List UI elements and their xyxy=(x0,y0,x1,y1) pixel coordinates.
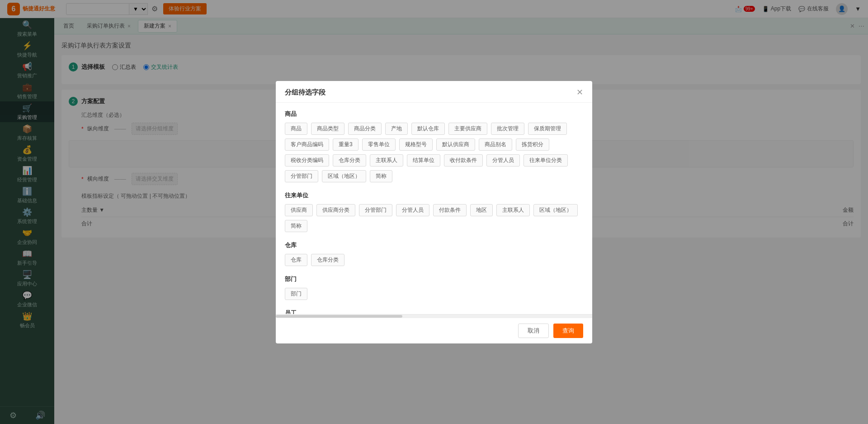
modal-overlay: 分组待选字段 ✕ 商品商品商品类型商品分类产地默认仓库主要供应商批次管理保质期管… xyxy=(0,0,868,424)
field-tag[interactable]: 简称 xyxy=(285,220,307,232)
field-group-仓库: 仓库仓库仓库分类 xyxy=(285,241,583,266)
field-tag[interactable]: 重量3 xyxy=(333,138,359,151)
field-tag[interactable]: 零售单位 xyxy=(362,138,396,151)
field-group-商品: 商品商品商品类型商品分类产地默认仓库主要供应商批次管理保质期管理客户商品编码重量… xyxy=(285,110,583,182)
field-tag[interactable]: 分管人员 xyxy=(486,154,520,167)
modal-hscroll-thumb xyxy=(276,315,402,318)
field-tags-商品: 商品商品类型商品分类产地默认仓库主要供应商批次管理保质期管理客户商品编码重量3零… xyxy=(285,123,583,182)
field-tag[interactable]: 仓库 xyxy=(285,254,307,266)
field-tag[interactable]: 商品分类 xyxy=(348,123,382,135)
field-group-title-仓库: 仓库 xyxy=(285,241,583,249)
field-tag[interactable]: 付款条件 xyxy=(433,204,467,216)
field-tag[interactable]: 产地 xyxy=(385,123,408,135)
field-tags-往来单位: 供应商供应商分类分管部门分管人员付款条件地区主联系人区域（地区）简称 xyxy=(285,204,583,232)
modal-header: 分组待选字段 ✕ xyxy=(276,81,592,103)
field-tag[interactable]: 主联系人 xyxy=(370,154,403,167)
cancel-button[interactable]: 取消 xyxy=(518,324,549,338)
field-tags-部门: 部门 xyxy=(285,288,583,300)
field-group-title-往来单位: 往来单位 xyxy=(285,191,583,200)
modal-title: 分组待选字段 xyxy=(285,88,326,97)
modal-close-button[interactable]: ✕ xyxy=(576,88,583,96)
field-tag[interactable]: 往来单位分类 xyxy=(524,154,568,167)
field-tags-仓库: 仓库仓库分类 xyxy=(285,254,583,266)
field-tag[interactable]: 商品 xyxy=(285,123,307,135)
modal-footer: 取消 查询 xyxy=(276,318,592,343)
field-tag[interactable]: 税收分类编码 xyxy=(285,154,329,167)
field-tag[interactable]: 供应商分类 xyxy=(316,204,355,216)
field-tag[interactable]: 简称 xyxy=(370,170,392,182)
field-tag[interactable]: 区域（地区） xyxy=(533,204,578,216)
field-group-员工: 员工业务员 xyxy=(285,309,583,314)
field-tag[interactable]: 默认仓库 xyxy=(411,123,445,135)
modal-horizontal-scrollbar[interactable] xyxy=(276,314,592,318)
field-tag[interactable]: 地区 xyxy=(470,204,493,216)
field-tag[interactable]: 客户商品编码 xyxy=(285,138,329,151)
field-tag[interactable]: 保质期管理 xyxy=(528,123,567,135)
field-tag[interactable]: 商品类型 xyxy=(311,123,344,135)
confirm-button[interactable]: 查询 xyxy=(553,324,583,338)
field-tag[interactable]: 供应商 xyxy=(285,204,313,216)
field-tag[interactable]: 主要供应商 xyxy=(448,123,487,135)
modal-body: 商品商品商品类型商品分类产地默认仓库主要供应商批次管理保质期管理客户商品编码重量… xyxy=(276,103,592,314)
field-tag[interactable]: 分管部门 xyxy=(359,204,392,216)
field-tag[interactable]: 收付款条件 xyxy=(444,154,483,167)
field-group-往来单位: 往来单位供应商供应商分类分管部门分管人员付款条件地区主联系人区域（地区）简称 xyxy=(285,191,583,232)
field-tag[interactable]: 分管部门 xyxy=(285,170,318,182)
field-tag[interactable]: 主联系人 xyxy=(496,204,530,216)
modal-field-select: 分组待选字段 ✕ 商品商品商品类型商品分类产地默认仓库主要供应商批次管理保质期管… xyxy=(276,81,592,343)
field-tag[interactable]: 结算单位 xyxy=(407,154,440,167)
field-group-title-商品: 商品 xyxy=(285,110,583,118)
field-tag[interactable]: 商品别名 xyxy=(479,138,512,151)
field-tag[interactable]: 批次管理 xyxy=(491,123,524,135)
field-tag[interactable]: 区域（地区） xyxy=(322,170,366,182)
field-group-title-部门: 部门 xyxy=(285,275,583,283)
field-tag[interactable]: 规格型号 xyxy=(399,138,433,151)
field-tag[interactable]: 默认供应商 xyxy=(436,138,475,151)
field-tag[interactable]: 仓库分类 xyxy=(333,154,366,167)
field-tag[interactable]: 部门 xyxy=(285,288,307,300)
field-group-title-员工: 员工 xyxy=(285,309,583,314)
field-group-部门: 部门部门 xyxy=(285,275,583,300)
field-tag[interactable]: 分管人员 xyxy=(396,204,429,216)
field-tag[interactable]: 拣货积分 xyxy=(516,138,549,151)
field-tag[interactable]: 仓库分类 xyxy=(311,254,344,266)
